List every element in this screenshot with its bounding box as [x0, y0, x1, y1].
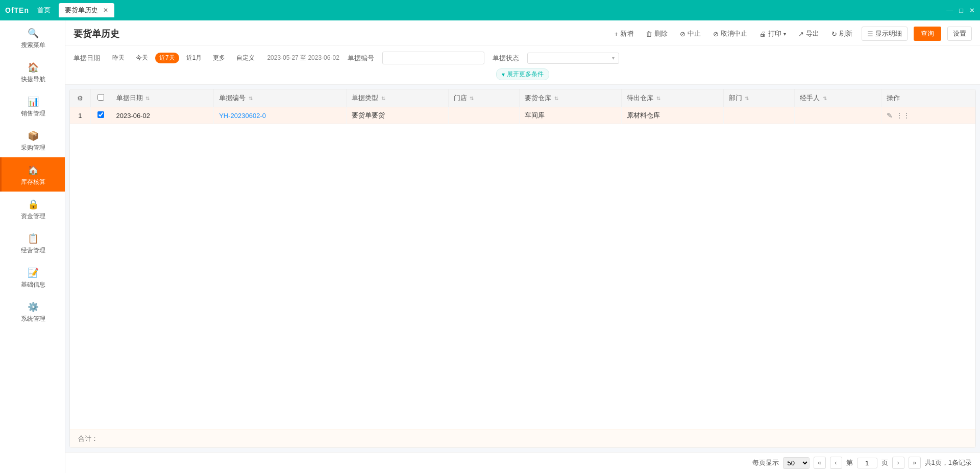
sidebar-item-purchase[interactable]: 📦 采购管理: [0, 123, 65, 157]
table-row[interactable]: 1 2023-06-02 YH-20230602-0 要货单要货: [70, 107, 975, 124]
date-pill-week[interactable]: 近7天: [155, 53, 179, 63]
expand-row: ▾ 展开更多条件: [74, 68, 972, 80]
page-label: 第: [846, 458, 853, 467]
minimize-icon[interactable]: —: [946, 7, 953, 14]
row-docno-cell: YH-20230602-0: [214, 107, 347, 124]
sidebar-item-sales[interactable]: 📊 销售管理: [0, 89, 65, 123]
table-body: 1 2023-06-02 YH-20230602-0 要货单要货: [70, 107, 975, 124]
date-range-display: 2023-05-27 至 2023-06-02: [267, 54, 339, 62]
store-sort-icon[interactable]: ⇅: [470, 96, 474, 101]
wait-warehouse-sort-icon[interactable]: ⇅: [656, 96, 660, 101]
handler-sort-icon[interactable]: ⇅: [823, 96, 827, 101]
sidebar-item-search[interactable]: 🔍 搜索菜单: [0, 20, 65, 55]
purchase-icon: 📦: [28, 130, 39, 141]
docno-filter-label: 单据编号: [348, 54, 374, 63]
wait-warehouse-col-label: 待出仓库: [627, 94, 653, 102]
system-icon: ⚙️: [28, 301, 39, 313]
settings-button[interactable]: 设置: [947, 27, 972, 41]
req-warehouse-sort-icon[interactable]: ⇅: [554, 96, 558, 101]
print-button[interactable]: 🖨 打印 ▾: [756, 27, 789, 40]
operations-icon: 📋: [28, 233, 39, 244]
date-pill-yesterday[interactable]: 昨天: [108, 53, 129, 63]
sidebar-label-search: 搜索菜单: [21, 41, 45, 50]
table-header: ⚙ 单据日期 ⇅ 单据编号 ⇅: [70, 89, 975, 107]
export-label: 导出: [806, 29, 819, 38]
row-dept-cell: [723, 107, 795, 124]
row-date-cell: 2023-06-02: [111, 107, 214, 124]
sidebar-item-shortcuts[interactable]: 🏠 快捷导航: [0, 55, 65, 89]
expand-conditions-button[interactable]: ▾ 展开更多条件: [496, 68, 549, 80]
row-wait-warehouse-cell: 原材料仓库: [622, 107, 724, 124]
close-window-icon[interactable]: ✕: [969, 7, 975, 14]
last-page-button[interactable]: »: [909, 457, 921, 469]
tab-home[interactable]: 首页: [31, 3, 57, 17]
page-title: 要货单历史: [74, 28, 611, 40]
new-button[interactable]: + 新增: [611, 27, 636, 40]
maximize-icon[interactable]: □: [959, 7, 963, 14]
sidebar-label-basic: 基础信息: [21, 280, 45, 289]
date-pill-custom[interactable]: 自定义: [232, 53, 259, 63]
docno-filter-input[interactable]: [382, 52, 484, 64]
date-pill-more[interactable]: 更多: [209, 53, 229, 63]
next-page-button[interactable]: ›: [892, 457, 904, 469]
select-all-checkbox[interactable]: [97, 94, 104, 101]
row-req-warehouse-cell: 车间库: [520, 107, 622, 124]
export-button[interactable]: ↗ 导出: [795, 27, 822, 40]
stop-button[interactable]: ⊘ 中止: [677, 27, 704, 40]
tab-close-icon[interactable]: ✕: [103, 7, 108, 14]
prev-page-button[interactable]: ‹: [830, 457, 842, 469]
status-select-placeholder: [532, 55, 612, 62]
sidebar-label-shortcuts: 快捷导航: [21, 75, 45, 84]
dept-col-label: 部门: [729, 94, 742, 102]
row-wait-warehouse: 原材料仓库: [627, 111, 660, 119]
row-action-cell: ✎ ⋮⋮: [881, 107, 975, 124]
show-detail-icon: ☰: [867, 30, 873, 38]
filter-area: 单据日期 昨天 今天 近7天 近1月 更多 自定义 2023-05-27 至 2…: [65, 45, 980, 85]
row-store-cell: [448, 107, 520, 124]
filter-row-1: 单据日期 昨天 今天 近7天 近1月 更多 自定义 2023-05-27 至 2…: [74, 52, 972, 64]
row-more-icon[interactable]: ⋮⋮: [896, 111, 910, 120]
row-edit-icon[interactable]: ✎: [887, 111, 893, 120]
date-sort-icon[interactable]: ⇅: [145, 96, 150, 101]
sidebar-item-system[interactable]: ⚙️ 系统管理: [0, 294, 65, 328]
sidebar-item-inventory[interactable]: 🏠 库存核算: [0, 157, 65, 192]
per-page-select[interactable]: 20 50 100: [783, 457, 810, 469]
delete-button[interactable]: 🗑 删除: [643, 27, 671, 40]
status-filter-select[interactable]: ▾: [527, 53, 619, 64]
sidebar-item-basic[interactable]: 📝 基础信息: [0, 260, 65, 294]
docno-sort-icon[interactable]: ⇅: [249, 96, 253, 101]
sum-label: 合计：: [78, 435, 98, 442]
expand-down-icon: ▾: [502, 71, 505, 78]
sidebar-item-operations[interactable]: 📋 经营管理: [0, 226, 65, 260]
toolbar: + 新增 🗑 删除 ⊘ 中止 ⊘ 取消中止 🖨 打印: [611, 27, 972, 41]
home-tab-label: 首页: [37, 6, 51, 15]
dept-sort-icon[interactable]: ⇅: [745, 96, 749, 101]
page-number-input[interactable]: [857, 458, 877, 468]
expand-label: 展开更多条件: [507, 70, 544, 79]
query-button[interactable]: 查询: [914, 27, 941, 41]
page-header: 要货单历史 + 新增 🗑 删除 ⊘ 中止 ⊘ 取消中止: [65, 20, 980, 45]
search-icon: 🔍: [28, 28, 39, 39]
row-checkbox[interactable]: [97, 111, 104, 118]
doctype-col-header: 单据类型 ⇅: [347, 89, 449, 107]
sidebar-label-inventory: 库存核算: [21, 178, 45, 186]
table-spacer: [70, 124, 975, 430]
new-icon: +: [614, 30, 618, 38]
tab-yaohuodan[interactable]: 要货单历史 ✕: [59, 3, 114, 17]
home-icon: 🏠: [28, 62, 39, 73]
next-page-icon: ›: [897, 459, 899, 466]
settings-col-icon: ⚙: [77, 94, 83, 102]
doctype-sort-icon[interactable]: ⇅: [381, 96, 385, 101]
sidebar-item-finance[interactable]: 🔒 资金管理: [0, 192, 65, 226]
settings-col-header[interactable]: ⚙: [70, 89, 90, 107]
refresh-button[interactable]: ↻ 刷新: [828, 27, 855, 40]
stop-icon: ⊘: [680, 30, 685, 38]
row-docno-link[interactable]: YH-20230602-0: [219, 112, 266, 120]
row-handler-cell: [795, 107, 881, 124]
main-layout: 🔍 搜索菜单 🏠 快捷导航 📊 销售管理 📦 采购管理 🏠 库存核算 🔒 资金管…: [0, 20, 980, 473]
date-pill-month[interactable]: 近1月: [182, 53, 206, 63]
show-detail-button[interactable]: ☰ 显示明细: [862, 27, 908, 41]
cancel-stop-button[interactable]: ⊘ 取消中止: [710, 27, 750, 40]
date-pill-today[interactable]: 今天: [132, 53, 152, 63]
first-page-button[interactable]: «: [814, 457, 826, 469]
